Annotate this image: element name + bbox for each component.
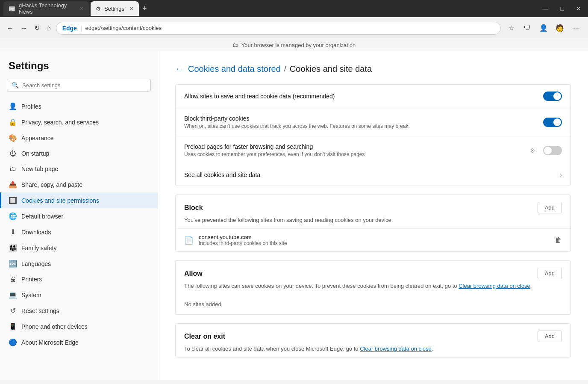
sidebar-item-family-safety[interactable]: 👨‍👩‍👧Family safety xyxy=(0,240,158,256)
toggle-knob-2 xyxy=(544,147,552,154)
nav-label-profiles: Profiles xyxy=(21,103,41,110)
nav-label-reset: Reset settings xyxy=(21,307,59,314)
tab-ghacks[interactable]: 📰 gHacks Technology News ✕ xyxy=(3,1,89,16)
refresh-button[interactable]: ↻ xyxy=(32,22,41,34)
toggle-1[interactable] xyxy=(543,118,562,127)
nav-label-phone: Phone and other devices xyxy=(21,323,88,330)
no-sites-label: No sites added xyxy=(176,294,570,314)
allow-section-card: Allow Add The following sites can save c… xyxy=(175,260,571,315)
nav-icon-profiles: 👤 xyxy=(9,102,17,110)
tab-settings[interactable]: ⚙ Settings ✕ xyxy=(91,1,139,16)
sidebar-item-share[interactable]: 📤Share, copy, and paste xyxy=(0,177,158,192)
clear-add-button[interactable]: Add xyxy=(538,331,562,342)
sidebar: Settings 🔍 👤Profiles🔒Privacy, search, an… xyxy=(0,51,158,380)
sidebar-item-cookies[interactable]: 🔲Cookies and site permissions xyxy=(0,192,158,208)
sidebar-item-downloads[interactable]: ⬇Downloads xyxy=(0,224,158,240)
url-bar[interactable]: Edge | edge://settings/content/cookies xyxy=(56,22,501,35)
toolbar-icons: ☆ 🛡 👤 🧑 ··· xyxy=(504,21,583,35)
nav-label-family-safety: Family safety xyxy=(21,245,56,251)
titlebar: 📰 gHacks Technology News ✕ ⚙ Settings ✕ … xyxy=(0,0,588,17)
sidebar-item-printers[interactable]: 🖨Printers xyxy=(0,272,158,287)
setting-row-2: Preload pages for faster browsing and se… xyxy=(176,136,570,164)
clear-section-header: Clear on exit Add xyxy=(176,324,570,346)
nav-label-about: About Microsoft Edge xyxy=(21,339,79,346)
nav-icon-downloads: ⬇ xyxy=(9,228,17,236)
site-name: consent.youtube.com xyxy=(199,234,550,240)
toggle-knob-1 xyxy=(553,118,561,126)
nav-label-cookies: Cookies and site permissions xyxy=(21,197,99,204)
more-icon[interactable]: ··· xyxy=(569,21,583,35)
gear-icon-2: ⚙ xyxy=(530,147,535,154)
sidebar-item-reset[interactable]: ↺Reset settings xyxy=(0,303,158,319)
favorites-icon[interactable]: ☆ xyxy=(504,21,518,35)
new-tab-button[interactable]: + xyxy=(142,4,147,13)
clear-exit-link[interactable]: Clear browsing data on close xyxy=(360,346,432,352)
sidebar-item-default-browser[interactable]: 🌐Default browser xyxy=(0,208,158,224)
clear-title: Clear on exit xyxy=(184,333,225,340)
breadcrumb-separator: / xyxy=(284,65,286,74)
toggle-knob-0 xyxy=(553,92,561,100)
home-button[interactable]: ⌂ xyxy=(45,23,53,34)
profile-icon[interactable]: 👤 xyxy=(537,21,550,35)
setting-desc-1: When on, sites can't use cookies that tr… xyxy=(184,123,538,129)
sidebar-item-on-startup[interactable]: ⏻On startup xyxy=(0,146,158,161)
sidebar-item-new-tab[interactable]: 🗂New tab page xyxy=(0,161,158,177)
chevron-right-icon: › xyxy=(560,171,562,179)
nav-icon-privacy: 🔒 xyxy=(9,118,17,126)
see-all-label: See all cookies and site data xyxy=(184,171,260,178)
nav-label-privacy: Privacy, search, and services xyxy=(21,119,99,126)
toggle-0[interactable] xyxy=(543,92,562,101)
avatar-icon[interactable]: 🧑 xyxy=(553,21,567,35)
tab-close-ghacks[interactable]: ✕ xyxy=(79,6,84,12)
sidebar-item-phone[interactable]: 📱Phone and other devices xyxy=(0,319,158,334)
sidebar-item-privacy[interactable]: 🔒Privacy, search, and services xyxy=(0,114,158,130)
search-box[interactable]: 🔍 xyxy=(7,79,151,92)
close-button[interactable]: ✕ xyxy=(573,3,585,14)
nav-icon-on-startup: ⏻ xyxy=(9,150,17,157)
infobar: 🗂 Your browser is managed by your organi… xyxy=(0,39,588,51)
infobar-icon: 🗂 xyxy=(232,42,238,48)
back-button[interactable]: ← xyxy=(5,23,15,34)
sidebar-item-appearance[interactable]: 🎨Appearance xyxy=(0,130,158,146)
allow-desc: The following sites can save cookies on … xyxy=(176,283,570,294)
see-all-cookies-row[interactable]: See all cookies and site data › xyxy=(176,164,570,186)
sidebar-title: Settings xyxy=(0,60,158,79)
sidebar-item-languages[interactable]: 🔤Languages xyxy=(0,256,158,272)
allow-add-button[interactable]: Add xyxy=(538,268,562,279)
delete-site-button[interactable]: 🗑 xyxy=(555,236,562,244)
clear-browsing-link[interactable]: Clear browsing data on close xyxy=(459,283,530,289)
breadcrumb-link[interactable]: Cookies and data stored xyxy=(188,64,281,74)
setting-info-2: Preload pages for faster browsing and se… xyxy=(184,143,525,157)
tab-title-settings: Settings xyxy=(104,6,124,12)
setting-row-0: Allow sites to save and read cookie data… xyxy=(176,85,570,108)
blocked-site-row: 📄 consent.youtube.com Includes third-par… xyxy=(176,228,570,251)
shield-icon[interactable]: 🛡 xyxy=(520,21,534,35)
search-input[interactable] xyxy=(22,82,146,89)
toggle-2[interactable] xyxy=(543,146,562,155)
sidebar-item-about[interactable]: 🔵About Microsoft Edge xyxy=(0,334,158,350)
setting-rows: Allow sites to save and read cookie data… xyxy=(176,85,570,164)
nav-icon-share: 📤 xyxy=(9,180,17,189)
url-text: edge://settings/content/cookies xyxy=(85,25,162,31)
forward-button[interactable]: → xyxy=(19,23,29,34)
tab-favicon-settings: ⚙ xyxy=(96,6,101,12)
main-layout: Settings 🔍 👤Profiles🔒Privacy, search, an… xyxy=(0,51,588,380)
tab-close-settings[interactable]: ✕ xyxy=(129,6,134,12)
nav-icon-cookies: 🔲 xyxy=(9,196,17,204)
sidebar-item-system[interactable]: 💻System xyxy=(0,287,158,303)
nav-icon-system: 💻 xyxy=(9,291,17,299)
back-arrow-icon[interactable]: ← xyxy=(175,65,183,74)
maximize-button[interactable]: □ xyxy=(557,3,567,14)
allow-section-header: Allow Add xyxy=(176,261,570,283)
page-header: ← Cookies and data stored / Cookies and … xyxy=(175,64,571,74)
nav-icon-appearance: 🎨 xyxy=(9,134,17,142)
sidebar-item-profiles[interactable]: 👤Profiles xyxy=(0,98,158,114)
nav-label-appearance: Appearance xyxy=(21,135,54,142)
nav-label-default-browser: Default browser xyxy=(21,213,63,220)
block-title: Block xyxy=(184,204,203,212)
allow-title: Allow xyxy=(184,270,203,278)
block-add-button[interactable]: Add xyxy=(538,202,562,213)
minimize-button[interactable]: — xyxy=(539,3,552,14)
nav-icon-new-tab: 🗂 xyxy=(9,165,17,173)
nav-label-downloads: Downloads xyxy=(21,229,51,236)
